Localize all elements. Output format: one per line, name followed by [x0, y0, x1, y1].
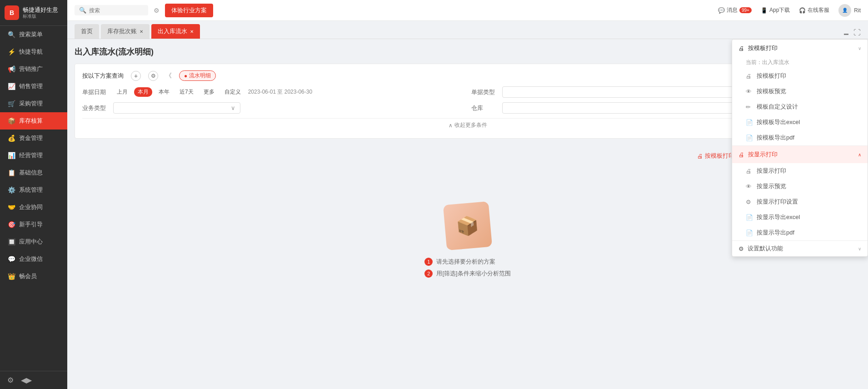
sidebar-item-collab[interactable]: 🤝 企业协同 — [0, 199, 67, 216]
inventory-icon: 📦 — [7, 117, 15, 125]
basic-icon: 📋 — [7, 169, 15, 176]
search-input[interactable] — [89, 7, 144, 14]
display-preview-icon: 👁 — [746, 183, 753, 190]
filter-label: 按以下方案查询 — [82, 72, 124, 80]
filter-add-btn[interactable]: + — [131, 71, 141, 81]
message-btn[interactable]: 💬 消息 99+ — [718, 6, 752, 14]
sidebar-item-system[interactable]: ⚙️ 系统管理 — [0, 181, 67, 199]
app-download-btn[interactable]: 📱 App下载 — [761, 6, 790, 14]
empty-steps: 1 请先选择要分析的方案 2 用[筛选]条件来缩小分析范围 — [424, 258, 510, 281]
doc-type-label: 单据类型 — [471, 88, 499, 96]
close-tab-flow[interactable]: ✕ — [190, 29, 194, 34]
date-btn-custom[interactable]: 自定义 — [221, 87, 244, 97]
date-buttons: 上月 本月 本年 近7天 更多 自定义 — [113, 87, 244, 97]
dropdown-item-template-print[interactable]: 🖨 按模板打印 — [732, 68, 868, 84]
date-btn-current-year[interactable]: 本年 — [155, 87, 173, 97]
main-area: 🔍 ⚙ 体验行业方案 💬 消息 99+ 📱 App下载 🎧 在线客服 👤 Rit — [67, 0, 868, 389]
date-btn-more[interactable]: 更多 — [200, 87, 218, 97]
sidebar-item-purchase[interactable]: 🛒 采购管理 — [0, 95, 67, 112]
excel-item-icon: 📄 — [746, 119, 753, 126]
sidebar-item-basic[interactable]: 📋 基础信息 — [0, 164, 67, 181]
topbar-search-box[interactable]: 🔍 — [75, 5, 148, 15]
logo: B 畅捷通好生意 标准版 — [0, 0, 67, 26]
dropdown-item-display-print[interactable]: 🖨 按显示打印 — [732, 163, 868, 179]
sidebar-item-member[interactable]: 👑 畅会员 — [0, 268, 67, 285]
template-print-header[interactable]: 🖨 按模板打印 ∨ — [732, 40, 868, 57]
step-num-2: 2 — [424, 269, 433, 278]
dropdown-item-template-pdf[interactable]: 📄 按模板导出pdf — [732, 130, 868, 145]
dropdown-panel: 🖨 按模板打印 ∨ 当前：出入库流水 🖨 按模板打印 👁 按模板预览 ✏ 模板自… — [732, 39, 868, 257]
expand-icon[interactable]: ⛶ — [853, 29, 861, 37]
industry-btn[interactable]: 体验行业方案 — [165, 4, 213, 17]
collab-icon: 🤝 — [7, 204, 15, 211]
message-badge: 99+ — [739, 7, 752, 13]
display-print-header[interactable]: 🖨 按显示打印 ∧ — [732, 146, 868, 163]
display-print-section: 🖨 按显示打印 ∧ 🖨 按显示打印 👁 按显示预览 ⚙ 按显示打印设置 — [732, 146, 868, 241]
dropdown-item-display-preview[interactable]: 👁 按显示预览 — [732, 179, 868, 194]
display-pdf-icon: 📄 — [746, 229, 753, 236]
dropdown-item-template-preview[interactable]: 👁 按模板预览 — [732, 84, 868, 99]
date-filter-group: 单据日期 上月 本月 本年 近7天 更多 自定义 2023-06-01 至 20… — [82, 87, 464, 97]
tab-home[interactable]: 首页 — [75, 24, 99, 39]
template-print-section: 🖨 按模板打印 ∨ 当前：出入库流水 🖨 按模板打印 👁 按模板预览 ✏ 模板自… — [732, 40, 868, 146]
display-chevron-up: ∧ — [858, 152, 861, 157]
biz-type-select[interactable]: ∨ — [113, 102, 240, 114]
biz-type-filter-group: 业务类型 ∨ — [82, 102, 464, 114]
set-default-content: ⚙ 设置默认功能 — [738, 244, 783, 253]
dropdown-item-display-excel[interactable]: 📄 按显示导出excel — [732, 209, 868, 225]
avatar: 👤 — [838, 4, 851, 17]
printer-icon: 🖨 — [697, 153, 703, 160]
sidebar-collapse-icon[interactable]: ◀▶ — [21, 376, 32, 384]
close-tab-batch[interactable]: ✕ — [140, 29, 143, 34]
sidebar-item-wechat[interactable]: 💬 企业微信 — [0, 250, 67, 268]
current-label: 当前：出入库流水 — [732, 57, 868, 68]
empty-step-2: 2 用[筛选]条件来缩小分析范围 — [424, 269, 510, 278]
template-chevron-down: ∨ — [858, 46, 861, 51]
sidebar-item-search[interactable]: 🔍 搜索菜单 — [0, 26, 67, 43]
sidebar-item-guide[interactable]: 🎯 新手引导 — [0, 216, 67, 233]
pdf-item-icon: 📄 — [746, 135, 753, 141]
default-chevron-icon: ∨ — [858, 246, 861, 251]
sales-icon: 📈 — [7, 83, 15, 90]
sidebar-item-inventory[interactable]: 📦 库存核算 — [0, 112, 67, 130]
search-icon: 🔍 — [79, 7, 86, 14]
filter-settings-btn[interactable]: ⚙ — [148, 71, 158, 81]
date-label: 单据日期 — [82, 88, 110, 96]
gear-icon[interactable]: ⚙ — [154, 7, 160, 14]
dropdown-item-template-excel[interactable]: 📄 按模板导出excel — [732, 115, 868, 130]
sidebar-item-finance[interactable]: 💰 资金管理 — [0, 130, 67, 147]
tab-warehouse-flow[interactable]: 出入库流水 ✕ — [151, 24, 200, 39]
user-btn[interactable]: 👤 Rit — [838, 4, 861, 17]
date-btn-last-month[interactable]: 上月 — [113, 87, 131, 97]
sidebar-item-operation[interactable]: 📊 经营管理 — [0, 147, 67, 164]
service-btn[interactable]: 🎧 在线客服 — [799, 6, 829, 14]
filter-collapse-icon[interactable]: 《 — [165, 72, 172, 80]
empty-icon: 📦 — [443, 201, 492, 250]
apps-icon: 🔲 — [7, 238, 15, 245]
dropdown-item-display-pdf[interactable]: 📄 按显示导出pdf — [732, 225, 868, 240]
logo-text: 畅捷通好生意 标准版 — [23, 6, 58, 19]
topbar: 🔍 ⚙ 体验行业方案 💬 消息 99+ 📱 App下载 🎧 在线客服 👤 Rit — [67, 0, 868, 21]
chevron-down-icon2: ∨ — [231, 105, 235, 111]
dropdown-item-template-design[interactable]: ✏ 模板自定义设计 — [732, 99, 868, 115]
biz-type-label: 业务类型 — [82, 104, 110, 112]
date-btn-current-month[interactable]: 本月 — [134, 87, 152, 97]
sidebar-item-apps[interactable]: 🔲 应用中心 — [0, 233, 67, 250]
sidebar-item-sales[interactable]: 📈 销售管理 — [0, 78, 67, 95]
set-default-section[interactable]: ⚙ 设置默认功能 ∨ — [732, 241, 868, 256]
preview-item-icon: 👁 — [746, 88, 753, 95]
sidebar-item-quick-nav[interactable]: ⚡ 快捷导航 — [0, 43, 67, 60]
search-icon: 🔍 — [7, 31, 15, 38]
sidebar-settings-icon[interactable]: ⚙ — [7, 376, 14, 384]
dropdown-item-display-settings[interactable]: ⚙ 按显示打印设置 — [732, 194, 868, 209]
sidebar-scroll: 🔍 搜索菜单 ⚡ 快捷导航 📢 营销推广 📈 销售管理 🛒 采购管理 📦 库存核… — [0, 26, 67, 371]
tab-batch-account[interactable]: 库存批次账 ✕ — [101, 24, 150, 39]
system-icon: ⚙️ — [7, 186, 15, 194]
sidebar: B 畅捷通好生意 标准版 🔍 搜索菜单 ⚡ 快捷导航 📢 营销推广 📈 销售管理… — [0, 0, 67, 389]
headset-icon: 🎧 — [799, 7, 806, 14]
minimize-icon[interactable]: 🗕 — [843, 29, 850, 37]
display-print-icon: 🖨 — [746, 168, 753, 175]
sidebar-item-marketing[interactable]: 📢 营销推广 — [0, 60, 67, 78]
wechat-icon: 💬 — [7, 255, 15, 263]
date-btn-7days[interactable]: 近7天 — [176, 87, 197, 97]
